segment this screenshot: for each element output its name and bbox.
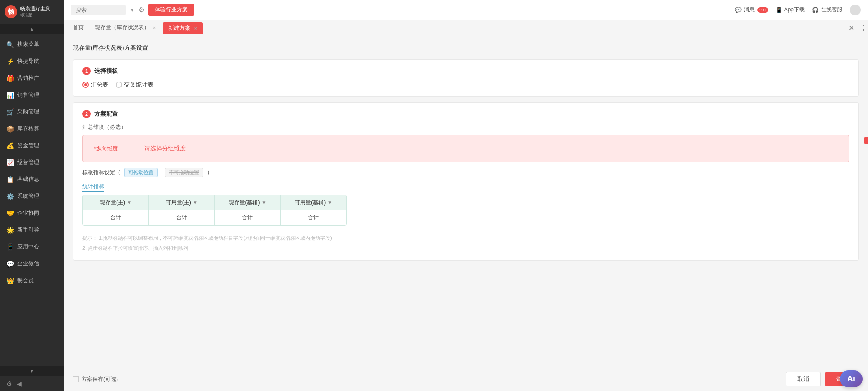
tab-new-scheme-label: 新建方案 xyxy=(168,24,190,32)
sidebar-item-label: 基础信息 xyxy=(17,175,39,183)
sidebar-item-label: 资金管理 xyxy=(17,142,39,149)
section1-num: 1 xyxy=(82,67,91,75)
customer-service-label: 在线客服 xyxy=(821,6,842,14)
sidebar-item-member[interactable]: 👑 畅会员 xyxy=(0,272,64,289)
stats-col-2-label: 现存量(基辅) xyxy=(229,199,260,206)
message-item[interactable]: 💬 消息 99+ xyxy=(735,6,768,14)
settings-footer-icon[interactable]: ⚙ xyxy=(6,380,12,387)
apps-icon: 📱 xyxy=(6,243,14,251)
sidebar-item-inventory[interactable]: 📦 库存核算 xyxy=(0,120,64,137)
sidebar-item-label: 应用中心 xyxy=(17,243,39,251)
operation-icon: 📈 xyxy=(6,159,14,166)
cooperation-icon: 🤝 xyxy=(6,210,14,217)
window-close-btn[interactable]: ✕ xyxy=(848,24,854,32)
tab-new-scheme[interactable]: 新建方案 × xyxy=(163,22,202,34)
trial-btn[interactable]: 体验行业方案 xyxy=(148,4,194,16)
tab-home-label: 首页 xyxy=(73,24,84,31)
dimension-placeholder: 请选择分组维度 xyxy=(144,144,186,153)
tabs-bar: 首页 现存量（库存状况表） × 新建方案 × ✕ ⛶ xyxy=(64,20,868,36)
customer-service-item[interactable]: 🎧 在线客服 xyxy=(812,6,842,14)
sidebar-item-finance[interactable]: 💰 资金管理 xyxy=(0,137,64,154)
stats-cell-0-2: 合计 xyxy=(215,210,281,225)
radio-summary[interactable]: 汇总表 xyxy=(82,81,108,89)
sidebar-item-basic[interactable]: 📋 基础信息 xyxy=(0,171,64,188)
sidebar-item-search[interactable]: 🔍 搜索菜单 xyxy=(0,36,64,53)
collapse-icon[interactable]: ◀ xyxy=(17,380,22,387)
sidebar-item-label: 经营管理 xyxy=(17,159,39,166)
dimension-divider: —— xyxy=(125,145,137,152)
stats-col-3-label: 可用量(基辅) xyxy=(295,199,326,206)
stats-table-header: 现存量(主) ▼ 可用量(主) ▼ 现存量(基辅) ▼ xyxy=(83,195,346,210)
sidebar-scroll-down[interactable]: ▼ xyxy=(0,366,64,376)
app-download-label: App下载 xyxy=(784,6,805,14)
search-dropdown-icon[interactable]: ▼ xyxy=(129,7,135,13)
stats-col-2[interactable]: 现存量(基辅) ▼ xyxy=(215,195,281,210)
stats-col-0[interactable]: 现存量(主) ▼ xyxy=(83,195,149,210)
hints-section: 提示： 1.拖动标题栏可以调整布局，不可跨维度或指标区域拖动栏目字段(只能在同一… xyxy=(82,233,849,253)
basic-icon: 📋 xyxy=(6,176,14,183)
sidebar-item-cooperation[interactable]: 🤝 企业协同 xyxy=(0,205,64,221)
sidebar-item-label: 搜索菜单 xyxy=(17,41,39,48)
sidebar-item-apps[interactable]: 📱 应用中心 xyxy=(0,238,64,255)
stats-col-1[interactable]: 可用量(主) ▼ xyxy=(149,195,215,210)
sidebar-item-system[interactable]: ⚙️ 系统管理 xyxy=(0,188,64,205)
tab-inventory[interactable]: 现存量（库存状况表） × xyxy=(89,21,161,35)
sidebar-item-quick[interactable]: ⚡ 快捷导航 xyxy=(0,53,64,70)
col-3-dropdown-icon[interactable]: ▼ xyxy=(327,200,332,205)
sidebar-scroll-up[interactable]: ▲ xyxy=(0,24,64,34)
template-radio-group: 汇总表 交叉统计表 xyxy=(82,81,849,89)
cell-value-0-2: 合计 xyxy=(242,214,253,221)
dimension-box[interactable]: *纵向维度 —— 请选择分组维度 xyxy=(82,135,849,162)
tabs-actions: ✕ ⛶ xyxy=(848,24,864,32)
stats-col-1-label: 可用量(主) xyxy=(166,199,191,206)
stats-col-3[interactable]: 可用量(基辅) ▼ xyxy=(281,195,346,210)
section1-header: 1 选择模板 xyxy=(82,67,849,75)
tab-new-scheme-close[interactable]: × xyxy=(194,26,197,31)
search-input[interactable] xyxy=(71,5,126,15)
tab-inventory-label: 现存量（库存状况表） xyxy=(95,24,149,31)
window-expand-btn[interactable]: ⛶ xyxy=(857,24,864,32)
section2-num: 2 xyxy=(82,110,91,118)
tab-home[interactable]: 首页 xyxy=(67,21,89,35)
sidebar-item-marketing[interactable]: 🎁 营销推广 xyxy=(0,70,64,87)
headset-icon: 🎧 xyxy=(812,7,819,13)
ai-badge[interactable]: Ai xyxy=(840,370,863,387)
dimension-required-label: *纵向维度 xyxy=(94,145,118,153)
topbar-settings-icon[interactable]: ⚙ xyxy=(138,5,145,14)
topbar: ▼ ⚙ 体验行业方案 💬 消息 99+ 📱 App下载 🎧 在线客服 xyxy=(64,0,868,20)
sidebar-item-label: 畅会员 xyxy=(17,277,34,284)
sidebar-item-label: 销售管理 xyxy=(17,91,39,99)
sidebar: 畅 畅康通好生意 标准版 ▲ 🔍 搜索菜单 ⚡ 快捷导航 🎁 营销推广 📊 销售… xyxy=(0,0,64,391)
col-0-dropdown-icon[interactable]: ▼ xyxy=(127,200,132,205)
hint-2: 2. 点击标题栏下拉可设置排序、插入列和删除列 xyxy=(82,243,849,253)
section1-title: 选择模板 xyxy=(94,67,118,75)
cancel-button[interactable]: 取消 xyxy=(786,372,821,386)
cell-value-0-0: 合计 xyxy=(110,214,121,221)
sidebar-item-label: 库存核算 xyxy=(17,125,39,133)
template-settings-suffix: ） xyxy=(207,169,212,176)
sidebar-item-newbie[interactable]: 🌟 新手引导 xyxy=(0,221,64,238)
app-download-item[interactable]: 📱 App下载 xyxy=(776,6,805,14)
col-2-dropdown-icon[interactable]: ▼ xyxy=(261,200,266,205)
save-option: 方案保存(可选) xyxy=(73,376,118,383)
stats-cell-0-0: 合计 xyxy=(83,210,149,225)
sidebar-item-label: 快捷导航 xyxy=(17,57,39,65)
message-icon: 💬 xyxy=(735,7,742,13)
template-settings-prefix: 模板指标设定（ xyxy=(82,169,121,176)
col-1-dropdown-icon[interactable]: ▼ xyxy=(193,200,198,205)
sidebar-item-wechat[interactable]: 💬 企业微信 xyxy=(0,255,64,272)
sidebar-item-label: 企业微信 xyxy=(17,260,39,268)
radio-cross[interactable]: 交叉统计表 xyxy=(116,81,153,89)
newbie-icon: 🌟 xyxy=(6,226,14,234)
sidebar-item-purchase[interactable]: 🛒 采购管理 xyxy=(0,103,64,120)
hint-1: 提示： 1.拖动标题栏可以调整布局，不可跨维度或指标区域拖动栏目字段(只能在同一… xyxy=(82,233,849,243)
sidebar-item-operation[interactable]: 📈 经营管理 xyxy=(0,154,64,171)
radio-cross-circle xyxy=(116,82,122,88)
stats-table: 现存量(主) ▼ 可用量(主) ▼ 现存量(基辅) ▼ xyxy=(82,195,347,226)
save-checkbox[interactable] xyxy=(73,376,79,382)
tab-inventory-close[interactable]: × xyxy=(153,25,156,31)
user-avatar[interactable] xyxy=(850,5,861,15)
sidebar-item-sales[interactable]: 📊 销售管理 xyxy=(0,87,64,103)
right-float-btn[interactable] xyxy=(864,137,868,144)
content-area: 现存量(库存状况表)方案设置 1 选择模板 汇总表 交叉统计表 xyxy=(64,36,868,367)
